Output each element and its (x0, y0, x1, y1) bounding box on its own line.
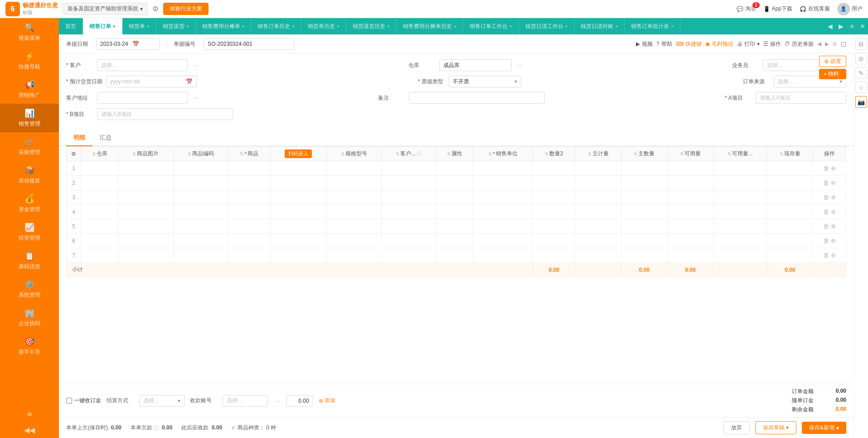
delivery-date-input[interactable]: yyyy-mm-dd 📅 (106, 76, 197, 87)
tab-close-icon[interactable]: × (671, 24, 674, 29)
sidebar-item-purchase[interactable]: 🛒 采购管理 (0, 132, 59, 161)
notice-icon-item[interactable]: 💬 淘豆 9 (737, 5, 756, 13)
warehouse-ellipsis[interactable]: ··· (517, 62, 523, 69)
doc-no-input[interactable]: SO-20230324-001 (204, 38, 294, 50)
collect-order-checkbox[interactable]: 一键收订金 (66, 397, 101, 404)
delete-row-button[interactable]: 🗑 (823, 252, 829, 259)
tab-close-icon[interactable]: × (509, 24, 512, 29)
copy-row-button[interactable]: ⊕ (831, 208, 836, 215)
copy-row-button[interactable]: ⊕ (831, 252, 836, 259)
tab-close-icon[interactable]: × (565, 24, 568, 29)
right-icon-4[interactable]: ☆ (855, 82, 867, 93)
tab-sales-order[interactable]: 销售订单 × (83, 18, 122, 34)
tab-cash-workbench[interactable]: 钱货日清工作台 × (519, 18, 575, 34)
tab-sales-single-history[interactable]: 销货单历史 × (301, 18, 346, 34)
delete-row-button[interactable]: 🗑 (823, 237, 829, 244)
address-input[interactable] (97, 92, 188, 104)
expand-icon[interactable]: ⊡ (840, 40, 846, 48)
user-item[interactable]: 👤 用户 (837, 3, 863, 15)
a-project-input[interactable]: 请输入A项目 (756, 92, 846, 104)
sidebar-item-marketing[interactable]: 📢 营销推广 (0, 75, 59, 104)
tab-home[interactable]: 首页 (59, 18, 83, 34)
shortcut-action[interactable]: ⌨ 快捷键 (676, 40, 702, 48)
invoice-type-select[interactable]: 不开票 ▾ (449, 76, 521, 87)
delete-row-button[interactable]: 🗑 (823, 208, 829, 215)
warehouse-input[interactable]: 成品库 (439, 59, 512, 71)
tab-sales-return-history[interactable]: 销货退货历史 × (346, 18, 397, 34)
customer-input[interactable]: 选择... (97, 59, 188, 71)
tab-sales-stats[interactable]: 销售订单统计表 × (625, 18, 680, 34)
history-action[interactable]: ⏱ 历史单据 (785, 40, 814, 48)
discard-button[interactable]: 放弃 (723, 421, 750, 434)
tab-sales-return[interactable]: 销货退货 × (156, 18, 196, 34)
tab-cash-reconcile[interactable]: 钱货日清对账 × (574, 18, 625, 34)
sidebar-settings-item[interactable]: ⚙ (0, 407, 59, 422)
tab-sales-order-history[interactable]: 销售订单历史 × (251, 18, 301, 34)
amount-input[interactable]: 0.00 (286, 395, 313, 407)
online-service-item[interactable]: 🎧 在线客服 (800, 5, 830, 13)
account-select[interactable]: 选择... (223, 395, 268, 407)
address-ellipsis[interactable]: ··· (193, 94, 199, 101)
sidebar-item-sales[interactable]: 📊 销售管理 (0, 104, 59, 132)
view-action[interactable]: ▶ 视频 (636, 40, 653, 48)
settings-button[interactable]: ⚙ 设置 (819, 56, 846, 67)
print-action[interactable]: 🖨 打印 ▾ (737, 40, 760, 48)
add-button[interactable]: ⊕ 添加 (319, 397, 335, 404)
customer-ellipsis[interactable]: ··· (193, 62, 199, 69)
help-action[interactable]: ? 帮助 (656, 40, 672, 48)
app-download-item[interactable]: 📱 App下载 (763, 5, 792, 13)
tab-sales-fee-history[interactable]: 销售费用分摊单历史 × (397, 18, 463, 34)
copy-row-button[interactable]: ⊕ (831, 194, 836, 201)
operate-action[interactable]: ☰ 操作 (763, 40, 781, 48)
profit-action[interactable]: ◉ 毛利预估 (705, 40, 733, 48)
payment-method-select[interactable]: 选择... ▾ (139, 395, 184, 407)
delete-row-button[interactable]: 🗑 (823, 179, 829, 186)
sidebar-item-search[interactable]: 🔍 搜索菜单 (0, 18, 59, 47)
tab-close-icon[interactable]: × (454, 24, 456, 29)
industry-solution-button[interactable]: 体验行业方案 (163, 3, 209, 15)
right-icon-3[interactable]: ✎ (855, 67, 867, 79)
add-goods-button[interactable]: + 物料 (819, 69, 846, 79)
sidebar-item-operations[interactable]: 📈 经营管理 (0, 218, 59, 246)
detail-tab-summary[interactable]: 汇总 (92, 130, 119, 146)
tab-close-icon[interactable]: × (113, 24, 116, 29)
sidebar-item-quick[interactable]: ⚡ 快捷导航 (0, 47, 59, 75)
copy-row-button[interactable]: ⊕ (831, 237, 836, 244)
sidebar-item-system[interactable]: ⚙️ 系统管理 (0, 275, 59, 303)
scan-button[interactable]: 扫码录入 (285, 149, 312, 158)
gear-icon[interactable]: ⚙ (152, 5, 159, 13)
delete-row-button[interactable]: 🗑 (823, 165, 829, 172)
tab-close-all-button[interactable]: ✕ (857, 18, 868, 34)
tab-close-icon[interactable]: × (615, 24, 618, 29)
system-selector[interactable]: 装备及固定资产辅助管理系统 ▾ (63, 3, 148, 15)
sidebar-item-basic[interactable]: 📋 基础信息 (0, 246, 59, 275)
save-draft-button[interactable]: 保存草稿 ▾ (755, 421, 796, 434)
right-icon-5[interactable]: 📷 (855, 96, 867, 108)
tab-sales-fee[interactable]: 销售费用分摊单 × (196, 18, 252, 34)
tab-more-button[interactable]: ≡ (846, 18, 857, 34)
tab-close-icon[interactable]: × (337, 24, 339, 29)
nav-next-icon[interactable]: ▶ (825, 41, 829, 47)
tab-sales-workbench[interactable]: 销售订单工作台 × (463, 18, 519, 34)
sidebar-item-guide[interactable]: 🎯 新手引导 (0, 332, 59, 361)
sidebar-collapse-button[interactable]: ◀◀ (0, 422, 59, 438)
tab-close-icon[interactable]: × (186, 24, 189, 29)
delete-row-button[interactable]: 🗑 (823, 194, 829, 201)
copy-row-button[interactable]: ⊕ (831, 165, 836, 172)
sidebar-item-finance[interactable]: 💰 资金管理 (0, 189, 59, 218)
tab-close-icon[interactable]: × (242, 24, 245, 29)
sidebar-item-enterprise[interactable]: 🏢 企业协同 (0, 303, 59, 332)
nav-prev-icon[interactable]: ◀ (817, 41, 821, 47)
remark-input[interactable] (409, 92, 545, 104)
collect-order-check[interactable] (66, 398, 72, 404)
b-project-input[interactable]: 请输入B项目 (97, 108, 233, 120)
settings-col-icon[interactable]: ⚙ (71, 151, 76, 157)
layout-icon[interactable]: ≡ (833, 40, 837, 48)
account-ellipsis[interactable]: ··· (275, 397, 281, 404)
tab-close-icon[interactable]: × (147, 24, 150, 29)
tab-close-icon[interactable]: × (387, 24, 390, 29)
tab-next-button[interactable]: ▶ (835, 18, 846, 34)
tab-prev-button[interactable]: ◀ (824, 18, 835, 34)
copy-row-button[interactable]: ⊕ (831, 223, 836, 230)
save-new-button[interactable]: 保存&新增 ▾ (802, 422, 846, 434)
